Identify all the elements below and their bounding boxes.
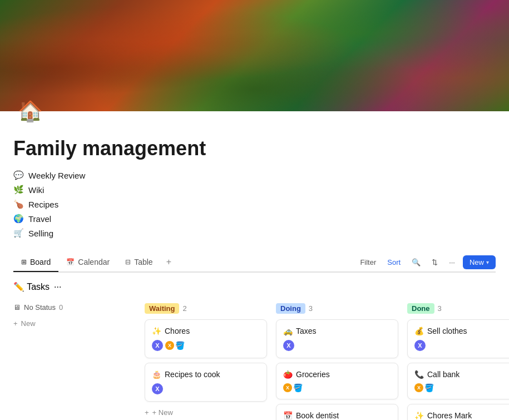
tabs-bar: ⊞ Board 📅 Calendar ⊟ Table + Filter Sort… xyxy=(13,253,496,273)
recipes-assignees: X xyxy=(152,383,260,394)
mark-avatar-group-4: X 🪣 xyxy=(414,383,434,392)
card-call-bank[interactable]: 📞 Call bank X 🪣 xyxy=(407,363,509,399)
done-count: 3 xyxy=(438,304,442,313)
tab-calendar[interactable]: 📅 Calendar xyxy=(58,253,117,272)
doing-header: Doing 3 xyxy=(276,303,398,314)
new-button[interactable]: New ▾ xyxy=(463,255,496,269)
waiting-add-new[interactable]: + + New xyxy=(145,406,267,419)
tasks-more-button[interactable]: ··· xyxy=(54,282,61,292)
column-done: Done 3 💰 Sell clothes X 📞 Call bank X 🪣 xyxy=(407,303,509,420)
recipes-icon: 🍗 xyxy=(13,199,24,209)
recipes-label: Recipes to cook xyxy=(165,370,220,379)
nav-selling[interactable]: 🛒 Selling xyxy=(13,227,496,239)
nav-label: Weekly Review xyxy=(28,171,85,180)
wiki-icon: 🌿 xyxy=(13,185,24,195)
sort-button[interactable]: Sort xyxy=(384,256,404,269)
chevron-down-icon: ▾ xyxy=(486,259,489,265)
doing-badge: Doing xyxy=(276,303,305,314)
taxes-assignees: X xyxy=(283,340,391,351)
chat-icon: 💬 xyxy=(13,170,24,180)
avatar-mark: X xyxy=(165,341,174,350)
groceries-emoji: 🍅 xyxy=(283,370,293,379)
page-title: Family management xyxy=(13,137,496,160)
sell-label: Sell clothes xyxy=(427,327,467,335)
waiting-count: 2 xyxy=(182,304,186,313)
nav-wiki[interactable]: 🌿 Wiki xyxy=(13,184,496,196)
chores-assignees: X X 🪣 xyxy=(152,340,260,351)
no-status-header: 🖥 No Status 0 xyxy=(13,303,136,312)
avatar-mark-4: X xyxy=(414,383,423,392)
plus-icon: + xyxy=(13,319,18,328)
card-groceries[interactable]: 🍅 Groceries X 🪣 xyxy=(276,363,398,399)
avatar-xin-2: X xyxy=(152,383,163,394)
no-status-icon: 🖥 xyxy=(13,303,21,312)
taxes-label: Taxes xyxy=(296,327,317,335)
call-assignees: X 🪣 xyxy=(414,383,509,392)
tab-board[interactable]: ⊞ Board xyxy=(13,253,58,272)
call-emoji: 📞 xyxy=(414,370,424,379)
avatar-xin-3: X xyxy=(283,340,294,351)
chores-emoji: ✨ xyxy=(152,327,161,335)
done-header: Done 3 xyxy=(407,303,509,314)
overflow-button[interactable]: ··· xyxy=(446,256,458,269)
avatar-xin-4: X xyxy=(414,340,426,351)
new-label: New xyxy=(21,319,36,328)
card-call-title: 📞 Call bank xyxy=(414,370,509,379)
more-options-button[interactable]: ⇅ xyxy=(428,256,441,269)
done-badge: Done xyxy=(407,303,434,314)
card-sell-clothes[interactable]: 💰 Sell clothes X xyxy=(407,319,509,358)
waiting-badge: Waiting xyxy=(145,303,179,314)
card-chores-mark-title: ✨ Chores Mark xyxy=(414,411,509,420)
nav-label: Travel xyxy=(28,214,51,224)
card-taxes[interactable]: 🚕 Taxes X xyxy=(276,319,398,358)
nav-recipes[interactable]: 🍗 Recipes xyxy=(13,198,496,210)
nav-travel[interactable]: 🌍 Travel xyxy=(13,213,496,225)
dentist-emoji: 📅 xyxy=(283,411,293,420)
column-waiting: Waiting 2 ✨ Chores X X 🪣 🎂 Recipes to co… xyxy=(145,303,267,420)
chores-mark-label: Chores Mark xyxy=(427,411,472,420)
board-container: 🖥 No Status 0 + New Waiting 2 ✨ Chores X… xyxy=(0,303,509,420)
filter-button[interactable]: Filter xyxy=(357,256,379,269)
new-button-label: New xyxy=(470,258,484,266)
search-button[interactable]: 🔍 xyxy=(408,256,424,269)
card-groceries-title: 🍅 Groceries xyxy=(283,370,391,379)
mark-emoji-2: 🪣 xyxy=(293,383,303,392)
no-status-add-new[interactable]: + New xyxy=(13,317,136,330)
dentist-label: Book dentist xyxy=(296,411,339,420)
selling-icon: 🛒 xyxy=(13,228,24,238)
nav-label: Selling xyxy=(28,229,53,238)
card-taxes-title: 🚕 Taxes xyxy=(283,327,391,335)
plus-icon-2: + xyxy=(145,408,149,417)
sell-assignees: X xyxy=(414,340,509,351)
tab-table[interactable]: ⊟ Table xyxy=(117,253,160,272)
tab-add-button[interactable]: + xyxy=(161,253,177,271)
tasks-title: ✏️ Tasks xyxy=(13,281,50,292)
card-chores-mark[interactable]: ✨ Chores Mark X X 🪣 xyxy=(407,404,509,420)
card-chores[interactable]: ✨ Chores X X 🪣 xyxy=(145,319,267,358)
nav-links: 💬 Weekly Review 🌿 Wiki 🍗 Recipes 🌍 Trave… xyxy=(13,169,496,239)
groceries-label: Groceries xyxy=(296,370,330,379)
new-label-2: + New xyxy=(152,408,173,417)
mark-avatar-group: X 🪣 xyxy=(165,341,185,350)
column-no-status: 🖥 No Status 0 + New xyxy=(13,303,136,420)
taxes-emoji: 🚕 xyxy=(283,327,293,335)
call-label: Call bank xyxy=(427,370,459,379)
card-sell-title: 💰 Sell clothes xyxy=(414,327,509,335)
mark-emoji-4: 🪣 xyxy=(424,383,434,392)
chores-label: Chores xyxy=(165,327,190,335)
no-status-label: No Status xyxy=(24,303,56,312)
nav-weekly-review[interactable]: 💬 Weekly Review xyxy=(13,169,496,181)
mark-emoji: 🪣 xyxy=(175,341,185,350)
tasks-section-header: ✏️ Tasks ··· xyxy=(13,281,496,292)
nav-label: Wiki xyxy=(28,185,44,195)
no-status-count: 0 xyxy=(59,303,63,312)
card-book-dentist[interactable]: 📅 Book dentist X 🪣 xyxy=(276,404,398,420)
card-recipes-title: 🎂 Recipes to cook xyxy=(152,370,260,379)
tab-board-label: Board xyxy=(30,258,51,266)
tab-table-label: Table xyxy=(134,258,152,266)
card-recipes-to-cook[interactable]: 🎂 Recipes to cook X xyxy=(145,363,267,402)
chores-mark-emoji: ✨ xyxy=(414,411,424,420)
waiting-header: Waiting 2 xyxy=(145,303,267,314)
card-chores-title: ✨ Chores xyxy=(152,327,260,335)
card-dentist-title: 📅 Book dentist xyxy=(283,411,391,420)
